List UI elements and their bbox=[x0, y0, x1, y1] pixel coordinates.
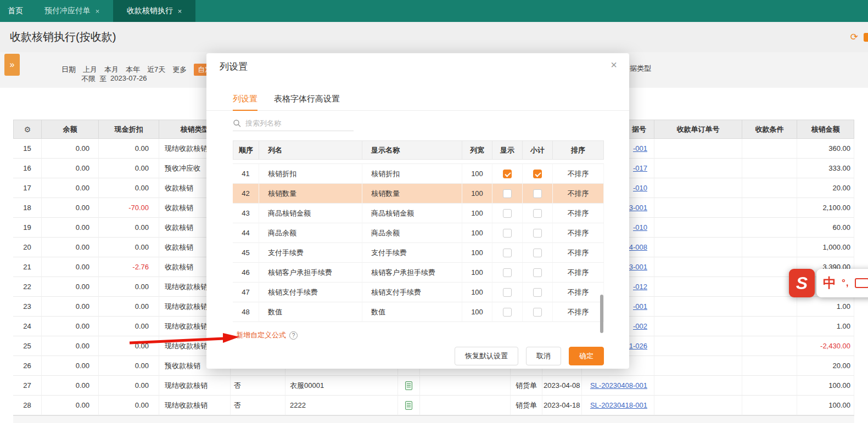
tab-receipt-writeoff[interactable]: 收款核销执行 × bbox=[113, 0, 195, 22]
doc-no-link[interactable]: -001 bbox=[633, 144, 647, 153]
doc-no-link[interactable]: 1-026 bbox=[629, 342, 647, 350]
show-checkbox[interactable] bbox=[503, 249, 512, 257]
tab-prepay-writeoff[interactable]: 预付冲应付单 × bbox=[31, 0, 113, 22]
display-name-cell[interactable]: 数值 bbox=[362, 302, 462, 322]
close-icon[interactable]: × bbox=[96, 7, 100, 15]
close-icon[interactable]: × bbox=[178, 7, 182, 15]
column-config-row[interactable]: 47核销支付手续费核销支付手续费100不排序 bbox=[233, 283, 604, 302]
display-name-cell[interactable]: 商品核销金额 bbox=[362, 204, 462, 223]
width-cell[interactable]: 100 bbox=[462, 263, 492, 283]
column-config-row[interactable]: 48数值数值100不排序 bbox=[233, 302, 604, 322]
column-settings-cell[interactable]: ⚙ bbox=[13, 120, 42, 139]
confirm-button[interactable]: 确定 bbox=[569, 347, 604, 365]
gear-icon[interactable]: ⚙ bbox=[24, 125, 31, 134]
display-name-cell[interactable]: 核销数量 bbox=[362, 184, 462, 204]
display-name-cell[interactable]: 支付手续费 bbox=[362, 243, 462, 263]
sort-cell[interactable]: 不排序 bbox=[553, 263, 604, 283]
header-receipt-condition[interactable]: 收款条件 bbox=[742, 120, 797, 139]
date-quick-last-month[interactable]: 上月 bbox=[83, 65, 97, 75]
table-row[interactable]: 280.000.00现结收款核销否2222销货单2023-04-18SL-202… bbox=[13, 396, 854, 415]
doc-no-link[interactable]: 4-008 bbox=[629, 243, 647, 251]
close-icon[interactable]: × bbox=[611, 59, 617, 71]
doc-no-link[interactable]: -010 bbox=[633, 223, 647, 232]
restore-defaults-button[interactable]: 恢复默认设置 bbox=[455, 347, 518, 365]
sort-cell[interactable]: 不排序 bbox=[553, 184, 604, 204]
expand-sidebar-button[interactable]: » bbox=[4, 54, 20, 76]
invoice-icon[interactable] bbox=[405, 401, 412, 410]
sort-cell[interactable]: 不排序 bbox=[553, 204, 604, 223]
sogou-logo[interactable]: S bbox=[789, 269, 815, 297]
column-config-row[interactable]: 42核销数量核销数量100不排序 bbox=[233, 184, 604, 204]
subtotal-checkbox[interactable] bbox=[533, 308, 542, 317]
tab-column-settings[interactable]: 列设置 bbox=[233, 94, 257, 111]
display-name-cell[interactable]: 核销支付手续费 bbox=[362, 283, 462, 302]
date-range-start[interactable]: 不限 bbox=[81, 74, 96, 84]
doc-no-link[interactable]: -017 bbox=[633, 164, 647, 172]
doc-no-link[interactable]: 3-001 bbox=[629, 204, 647, 212]
doc-no-link[interactable]: -012 bbox=[633, 283, 647, 291]
show-checkbox[interactable] bbox=[503, 189, 512, 198]
width-cell[interactable]: 100 bbox=[462, 243, 492, 263]
width-cell[interactable]: 100 bbox=[462, 302, 492, 322]
subtotal-checkbox[interactable] bbox=[533, 209, 542, 218]
column-config-row[interactable]: 45支付手续费支付手续费100不排序 bbox=[233, 243, 604, 263]
sort-cell[interactable]: 不排序 bbox=[553, 243, 604, 263]
column-config-row[interactable]: 41核销折扣核销折扣100不排序 bbox=[233, 164, 604, 184]
table-row[interactable]: 270.000.00现结收款核销否衣服00001销货单2023-04-08SL-… bbox=[13, 376, 854, 396]
doc-no-link[interactable]: SL-20230418-001 bbox=[590, 401, 647, 409]
width-cell[interactable]: 100 bbox=[462, 164, 492, 184]
header-receipt-order-no[interactable]: 收款单订单号 bbox=[654, 120, 742, 139]
show-checkbox[interactable] bbox=[503, 229, 512, 238]
sort-cell[interactable]: 不排序 bbox=[553, 283, 604, 302]
invoice-icon[interactable] bbox=[405, 381, 412, 390]
show-checkbox[interactable] bbox=[503, 288, 512, 297]
sort-cell[interactable]: 不排序 bbox=[553, 164, 604, 184]
show-checkbox[interactable] bbox=[503, 170, 512, 178]
date-quick-this-month[interactable]: 本月 bbox=[104, 65, 119, 75]
scrollbar-thumb[interactable] bbox=[600, 295, 603, 333]
sort-cell[interactable]: 不排序 bbox=[553, 223, 604, 243]
ime-language-indicator[interactable]: 中 bbox=[823, 274, 836, 292]
show-checkbox[interactable] bbox=[503, 209, 512, 218]
ime-keyboard-icon[interactable] bbox=[855, 278, 868, 288]
ime-punctuation-indicator[interactable]: °, bbox=[842, 278, 849, 289]
doc-no-link[interactable]: -010 bbox=[633, 184, 647, 192]
column-config-row[interactable]: 44商品余额商品余额100不排序 bbox=[233, 223, 604, 243]
date-quick-more[interactable]: 更多 bbox=[172, 65, 187, 75]
column-config-row[interactable]: 43商品核销金额商品核销金额100不排序 bbox=[233, 204, 604, 223]
width-cell[interactable]: 100 bbox=[462, 223, 492, 243]
header-writeoff-amount[interactable]: 核销金额 bbox=[797, 120, 854, 139]
doc-no-link[interactable]: 3-001 bbox=[629, 263, 647, 271]
subtotal-checkbox[interactable] bbox=[533, 249, 542, 257]
sort-cell[interactable]: 不排序 bbox=[553, 302, 604, 322]
header-cash-discount[interactable]: 现金折扣 bbox=[99, 120, 159, 139]
show-checkbox[interactable] bbox=[503, 308, 512, 317]
help-icon[interactable]: ? bbox=[289, 331, 298, 340]
tab-font-row-height[interactable]: 表格字体行高设置 bbox=[274, 94, 340, 110]
doc-no-link[interactable]: -002 bbox=[633, 322, 647, 330]
doc-no-link[interactable]: -001 bbox=[633, 302, 647, 311]
cancel-button[interactable]: 取消 bbox=[526, 347, 561, 365]
header-balance[interactable]: 余额 bbox=[42, 120, 99, 139]
width-cell[interactable]: 100 bbox=[462, 184, 492, 204]
subtotal-checkbox[interactable] bbox=[533, 229, 542, 238]
width-cell[interactable]: 100 bbox=[462, 204, 492, 223]
doc-no-link[interactable]: SL-20230408-001 bbox=[590, 381, 647, 390]
subtotal-checkbox[interactable] bbox=[533, 288, 542, 297]
display-name-cell[interactable]: 核销折扣 bbox=[362, 164, 462, 184]
show-checkbox[interactable] bbox=[503, 268, 512, 277]
refresh-icon[interactable]: ⟳ bbox=[850, 31, 858, 43]
subtotal-checkbox[interactable] bbox=[533, 189, 542, 198]
subtotal-checkbox[interactable] bbox=[533, 170, 542, 178]
date-quick-last-7-days[interactable]: 近7天 bbox=[147, 65, 165, 75]
date-quick-this-year[interactable]: 本年 bbox=[126, 65, 140, 75]
ime-toolbar[interactable]: S 中 °, bbox=[789, 269, 868, 297]
column-search-input[interactable] bbox=[245, 119, 344, 127]
date-range-end[interactable]: 2023-07-26 bbox=[110, 74, 147, 84]
display-name-cell[interactable]: 核销客户承担手续费 bbox=[362, 263, 462, 283]
tab-home[interactable]: 首页 bbox=[0, 0, 31, 22]
subtotal-checkbox[interactable] bbox=[533, 268, 542, 277]
partial-toolbar-icon[interactable] bbox=[864, 33, 868, 42]
width-cell[interactable]: 100 bbox=[462, 283, 492, 302]
column-config-row[interactable]: 46核销客户承担手续费核销客户承担手续费100不排序 bbox=[233, 263, 604, 283]
